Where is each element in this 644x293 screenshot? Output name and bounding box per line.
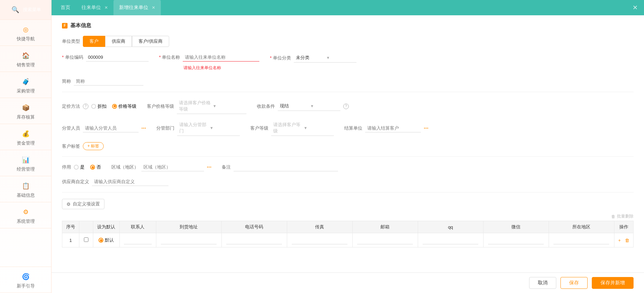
row-default-radio[interactable]: 默认 [97,237,116,243]
sidebar-item-system[interactable]: ⚙ 系统管理 [0,202,51,228]
region-label: 区域（地区） [111,164,139,170]
divider-2 [62,156,634,157]
tab-new-contact[interactable]: 新增往来单位 ✕ [113,0,161,15]
sidebar-item-finance[interactable]: 💰 资金管理 [0,124,51,150]
email-input[interactable] [357,236,413,244]
row-add-btn[interactable]: + [618,238,621,243]
location-input[interactable] [553,236,609,244]
close-new-contact-tab[interactable]: ✕ [152,5,155,10]
settlement-ellipsis[interactable]: ··· [424,125,428,131]
unit-code-input[interactable] [86,53,149,62]
supplier-custom-group: 供应商自定义 [62,178,168,186]
sidebar-item-basic[interactable]: 📋 基础信息 [0,176,51,202]
row-ops: + 🗑 [614,233,633,247]
sidebar-item-operations[interactable]: 📊 经营管理 [0,150,51,176]
address-input[interactable] [161,236,217,244]
pricing-level-radio[interactable] [112,104,117,109]
unit-code-group: 单位编码 [62,53,149,62]
sidebar-item-purchase[interactable]: 🧳 采购管理 [0,72,51,98]
abbr-input[interactable] [74,77,143,86]
disabled-yes-radio[interactable] [74,165,79,170]
region-input[interactable] [141,163,204,171]
unit-type-supplier[interactable]: 供应商 [105,36,132,47]
phone-input[interactable] [226,236,282,244]
customer-level-dropdown-icon: ▼ [304,126,332,130]
unit-type-row: 单位类型 客户 供应商 客户/供应商 [62,36,634,47]
row-delete-btn[interactable]: 🗑 [625,238,629,243]
remarks-label: 备注 [222,164,231,170]
remarks-input[interactable] [234,163,338,171]
unit-category-select[interactable]: 未分类 ▼ [294,53,356,63]
row-wechat [483,233,549,247]
tab-home[interactable]: 首页 [55,0,76,15]
close-contacts-tab[interactable]: ✕ [104,5,108,10]
row-email [352,233,418,247]
contacts-table: 序号 设为默认 联系人 到货地址 电话号码 传真 邮箱 qq 微信 所在地区 操… [62,221,634,247]
pricing-method-group: 定价方法 ? 折扣 价格等级 [62,103,136,109]
sidebar-item-guide[interactable]: 🌀 新手引导 [0,267,51,293]
disabled-no-radio[interactable] [90,165,95,170]
sidebar-item-quick-nav[interactable]: ◎ 快捷导航 [0,20,51,46]
unit-category-group: 单位分类 未分类 ▼ [270,53,356,63]
inventory-icon: 📦 [21,103,31,113]
col-actions: 操作 [614,221,633,233]
manager-label: 分管人员 [62,125,80,131]
tags-label: 客户标签 [62,143,80,149]
window-close-button[interactable]: ✕ [630,4,641,11]
unit-type-label: 单位类型 [62,38,80,44]
system-icon: ⚙ [21,207,31,217]
row-checkbox-input[interactable] [84,237,88,242]
region-ellipsis[interactable]: ··· [207,164,211,170]
disabled-label: 停用 [62,164,71,170]
payment-terms-help-icon[interactable]: ? [343,104,349,109]
pricing-help-icon[interactable]: ? [83,104,88,109]
col-fax: 传真 [287,221,352,233]
unit-name-input[interactable] [183,53,259,62]
cancel-button[interactable]: 取消 [529,277,556,289]
customer-level-select[interactable]: 请选择客户等级 ▼ [271,120,334,136]
row-contact [119,233,156,247]
fax-input[interactable] [292,236,347,244]
wechat-input[interactable] [488,236,544,244]
sidebar-item-sales[interactable]: 🏠 销售管理 [0,46,51,72]
customer-price-level-label: 客户价格等级 [147,103,174,109]
pricing-radio-group: 折扣 价格等级 [91,103,136,109]
qq-input[interactable] [423,236,478,244]
contact-input[interactable] [124,236,152,244]
department-select[interactable]: 请输入分管部门 ▼ [177,120,240,136]
sidebar-item-inventory[interactable]: 📦 库存核算 [0,98,51,124]
save-button[interactable]: 保存 [560,277,588,289]
col-contact: 联系人 [119,221,156,233]
col-seq: 序号 [62,221,79,233]
custom-settings-button[interactable]: ⚙ 自定义项设置 [62,199,104,209]
add-tag-button[interactable]: + 标签 [83,142,104,150]
supplier-custom-input[interactable] [92,178,168,186]
tabbar: 首页 往来单位 ✕ 新增往来单位 ✕ ✕ [52,0,644,15]
unit-name-group: 单位名称 请输入往来单位名称 [159,53,260,71]
unit-type-both[interactable]: 客户/供应商 [132,36,169,47]
col-default: 设为默认 [93,221,119,233]
dept-dropdown-icon: ▼ [210,126,238,130]
sidebar-item-search[interactable]: 🔍 搜索菜单 [0,0,51,20]
batch-delete-label[interactable]: 批量删除 [617,213,634,219]
pricing-level-option[interactable]: 价格等级 [112,103,136,109]
pricing-discount-radio[interactable] [91,104,96,109]
payment-terms-select[interactable]: 现结 ▼ [278,101,340,111]
unit-type-customer[interactable]: 客户 [83,36,105,47]
settlement-unit-label: 结算单位 [344,125,362,131]
manager-ellipsis[interactable]: ··· [141,125,146,131]
pricing-discount-option[interactable]: 折扣 [91,103,107,109]
disabled-no-option[interactable]: 否 [90,164,101,170]
pricing-row: 定价方法 ? 折扣 价格等级 客户价格等级 请选择客户价格等级 [62,98,634,114]
table-header-row: 序号 设为默认 联系人 到货地址 电话号码 传真 邮箱 qq 微信 所在地区 操… [62,221,634,233]
department-label: 分管部门 [156,125,174,131]
abbr-row: 简称 [62,77,634,86]
save-and-new-button[interactable]: 保存并新增 [592,277,634,289]
customer-price-level-select[interactable]: 请选择客户价格等级 ▼ [177,98,246,114]
disabled-yes-option[interactable]: 是 [74,164,85,170]
default-radio-circle[interactable] [99,238,103,243]
tab-contacts[interactable]: 往来单位 ✕ [76,0,113,15]
disabled-group: 停用 是 否 [62,164,101,170]
manager-input[interactable] [83,124,139,132]
settlement-unit-input[interactable] [365,124,421,132]
